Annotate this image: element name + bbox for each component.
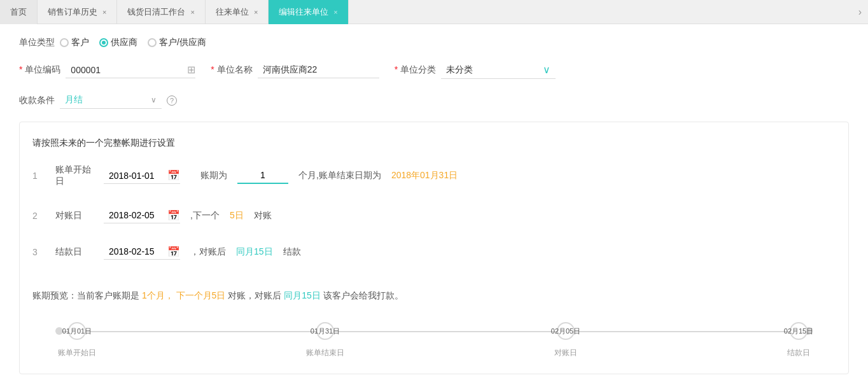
payment-terms-select[interactable]: 月结 ∨ [60,92,162,109]
calendar-icon-3[interactable]: 📅 [167,246,180,258]
date-field-3[interactable] [104,244,167,259]
radio-both[interactable]: 客户/供应商 [148,37,206,48]
unit-category-value: 未分类 [446,64,473,76]
preview-part3: 对账，对账后 [228,290,281,300]
unit-name-label: 单位名称 [211,64,252,76]
point-circle-4: 02月15日 [790,322,808,340]
date-input-3: 📅 [104,244,180,260]
radio-both-label: 客户/供应商 [159,37,206,48]
close-icon[interactable]: × [254,8,258,16]
unit-name-group: 单位名称 [211,62,379,78]
tab-home-label: 首页 [10,6,27,18]
row-desc-2-prefix: ,下一个 [190,210,220,222]
chevron-down-icon: ∨ [151,95,157,104]
radio-supplier[interactable]: 供应商 [99,37,137,48]
calendar-icon-2[interactable]: 📅 [167,209,180,222]
calendar-icon-1[interactable]: 📅 [167,169,180,181]
point-label-4: 结款日 [787,348,810,358]
tab-bar: 首页 销售订单历史 × 钱货日清工作台 × 往来单位 × 编辑往来单位 × › [0,0,868,24]
main-content: 单位类型 客户 供应商 客户/供应商 单位编码 [0,24,868,387]
unit-type-group: 单位类型 客户 供应商 客户/供应商 [19,37,206,48]
row-num-1: 1 [32,171,45,181]
point-label-2: 账单结束日 [306,348,344,358]
radio-group: 客户 供应商 客户/供应商 [60,37,206,48]
mid-label-1: 账期为 [200,170,227,181]
preview-part4: 同月15日 [284,290,321,300]
unit-type-row: 单位类型 客户 供应商 客户/供应商 [19,37,849,48]
timeline-point-3: 02月05日 对账日 [554,322,577,358]
point-label-3: 对账日 [554,348,577,358]
timeline: 01月01日 账单开始日 01月31日 账单结束日 02月05日 对账日 [32,322,836,358]
period-end-1: 2018年01月31日 [391,170,458,181]
radio-customer-label: 客户 [71,37,89,48]
row-label-3: 结款日 [55,246,94,258]
period-input[interactable] [237,167,288,184]
radio-supplier-circle [99,38,108,47]
row-desc-3-highlight: 同月15日 [236,246,273,258]
close-icon[interactable]: × [102,8,106,16]
tab-partner-units[interactable]: 往来单位 × [206,0,269,24]
radio-both-circle [148,38,157,47]
tab-home[interactable]: 首页 [0,0,38,24]
point-label-1: 账单开始日 [58,348,96,358]
row-num-3: 3 [32,247,45,257]
date-input-1: 📅 [104,168,180,184]
payment-terms-value: 月结 [65,94,83,106]
help-icon[interactable]: ? [167,95,177,106]
preview-text: 账期预览：当前客户账期是 1个月， 下一个月5日 对账，对账后 同月15日 该客… [32,280,836,302]
tab-cash-work-label: 钱货日清工作台 [127,6,185,18]
tab-sales-order-history-label: 销售订单历史 [48,6,97,18]
setting-row-2: 2 对账日 📅 ,下一个 5日 对账 [32,208,836,223]
timeline-points: 01月01日 账单开始日 01月31日 账单结束日 02月05日 对账日 [58,322,810,358]
date-input-2: 📅 [104,208,180,223]
unit-category-group: 单位分类 未分类 ∨ [395,61,556,79]
row-label-2: 对账日 [55,210,94,222]
point-date-2: 01月31日 [311,327,340,336]
tab-partner-units-label: 往来单位 [216,6,249,18]
timeline-point-4: 02月15日 结款日 [787,322,810,358]
timeline-point-1: 01月01日 账单开始日 [58,322,96,358]
point-circle-3: 02月05日 [557,322,575,340]
preview-part5: 该客户会给我打款。 [323,290,403,300]
date-field-2[interactable] [104,208,167,223]
row-desc-2-suffix: 对账 [254,210,272,222]
row-num-2: 2 [32,211,45,221]
tab-sales-order-history[interactable]: 销售订单历史 × [38,0,117,24]
unit-info-row: 单位编码 ⊞ 单位名称 单位分类 未分类 ∨ [19,61,849,79]
point-date-1: 01月01日 [62,327,92,336]
date-field-1[interactable] [104,168,167,183]
unit-code-input-wrap: ⊞ [66,62,195,78]
tab-edit-partner[interactable]: 编辑往来单位 × [269,0,348,24]
row-label-1: 账单开始日 [55,164,94,187]
preview-part2: 下一个月5日 [176,290,226,300]
unit-code-input[interactable] [66,62,187,78]
radio-customer-circle [60,38,69,47]
unit-code-label: 单位编码 [19,64,60,76]
radio-supplier-label: 供应商 [111,37,137,48]
payment-terms-group: 收款条件 月结 ∨ ? [19,92,177,109]
row-desc-3-prefix: ，对账后 [190,246,226,258]
chevron-down-icon: ∨ [543,64,550,76]
tab-bar-more[interactable]: › [852,6,868,18]
unit-code-group: 单位编码 ⊞ [19,62,195,78]
point-circle-2: 01月31日 [316,322,334,340]
row-desc-2-highlight: 5日 [230,210,244,222]
unit-category-label: 单位分类 [395,64,436,76]
radio-customer[interactable]: 客户 [60,37,89,48]
payment-terms-label: 收款条件 [19,95,55,106]
point-date-3: 02月05日 [551,327,580,336]
tab-edit-partner-label: 编辑往来单位 [279,6,328,18]
unit-name-input[interactable] [258,62,379,78]
unit-type-label: 单位类型 [19,37,55,48]
point-date-4: 02月15日 [784,327,813,336]
setting-row-1: 1 账单开始日 📅 账期为 个月,账单结束日期为 2018年01月31日 [32,164,836,187]
copy-icon[interactable]: ⊞ [187,64,195,76]
tab-cash-work[interactable]: 钱货日清工作台 × [117,0,205,24]
row-desc-3-suffix: 结款 [283,246,301,258]
period-unit-1: 个月,账单结束日期为 [298,170,381,181]
unit-category-select[interactable]: 未分类 ∨ [441,61,556,79]
close-icon[interactable]: × [190,8,194,16]
preview-part1: 1个月， [142,290,174,300]
close-icon[interactable]: × [333,8,337,16]
setting-row-3: 3 结款日 📅 ，对账后 同月15日 结款 [32,244,836,260]
